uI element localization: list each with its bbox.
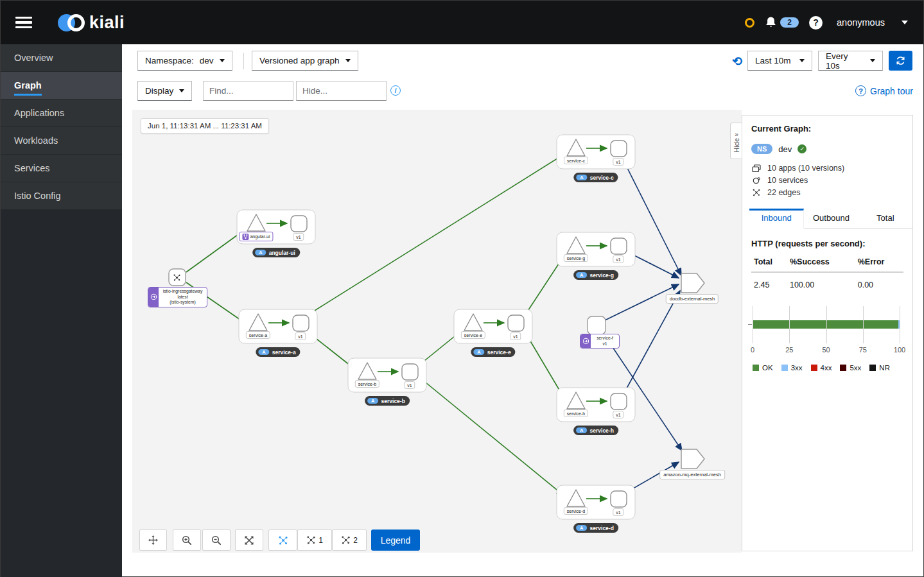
- tab-outbound[interactable]: Outbound: [804, 209, 858, 228]
- graph-edge-tcp[interactable]: [605, 284, 679, 320]
- workload-node-service-f[interactable]: [588, 316, 606, 334]
- user-menu[interactable]: anonymous: [837, 17, 885, 28]
- http-table-header: %Error: [855, 255, 903, 272]
- find-input[interactable]: [203, 81, 293, 101]
- help-icon[interactable]: ?: [809, 16, 823, 30]
- summary-namespace[interactable]: dev: [778, 144, 792, 154]
- fit-to-screen-button[interactable]: [235, 530, 263, 551]
- graph-edge-http[interactable]: [186, 230, 245, 272]
- version-node-service-g-v1[interactable]: [611, 238, 627, 254]
- chart-gridline: [900, 306, 900, 343]
- chart-x-tick-label: 25: [785, 346, 793, 354]
- tab-total[interactable]: Total: [859, 209, 912, 228]
- chevron-down-icon: [179, 89, 184, 92]
- version-node-service-b-v1[interactable]: [402, 364, 418, 380]
- edges-icon: [751, 188, 761, 197]
- chevron-down-icon: [345, 59, 351, 62]
- sidebar-item-label: Istio Config: [14, 191, 61, 201]
- version-node-service-h-v1[interactable]: [611, 393, 627, 409]
- zoom-in-button[interactable]: [173, 530, 201, 551]
- kiali-logo[interactable]: kiali: [58, 13, 125, 33]
- version-node-service-e-v1[interactable]: [508, 315, 524, 331]
- graph-edge-http[interactable]: [186, 282, 247, 324]
- graph-edge-http[interactable]: [304, 154, 564, 317]
- summary-panel: Current Graph: NS dev ✓ 10 apps (10 vers…: [742, 115, 913, 551]
- duration-value: Last 10m: [755, 56, 794, 65]
- graph-type-dropdown[interactable]: Versioned app graph: [252, 51, 358, 71]
- sidebar-item-label: Graph: [14, 80, 42, 96]
- chart-legend-item: OK: [753, 364, 773, 372]
- layout-2-button[interactable]: 2: [332, 530, 367, 551]
- sidebar-item-applications[interactable]: Applications: [1, 99, 122, 127]
- chart-x-tick-label: 0: [751, 346, 754, 354]
- version-node-service-d-v1[interactable]: [611, 491, 627, 507]
- duration-dropdown[interactable]: Last 10m: [747, 51, 812, 71]
- graph-layout-icon: [278, 535, 288, 546]
- sidebar-item-graph[interactable]: Graph: [1, 72, 122, 99]
- http-success-value: 100.00: [787, 272, 855, 292]
- display-dropdown[interactable]: Display: [137, 81, 192, 101]
- info-icon[interactable]: i: [390, 85, 401, 96]
- graph-edge-tcp[interactable]: [623, 291, 680, 394]
- summary-hide-tab[interactable]: » Hide: [730, 123, 742, 159]
- namespace-value: dev: [200, 56, 214, 65]
- sidebar-item-workloads[interactable]: Workloads: [1, 127, 122, 155]
- refresh-interval-value: Every 10s: [826, 51, 864, 71]
- mesh-status-icon[interactable]: [745, 18, 754, 28]
- masthead: kiali 2 ? anonymous: [1, 1, 923, 44]
- version-node-service-a-v1[interactable]: [293, 315, 309, 331]
- summary-stat: 10 apps (10 versions): [751, 164, 903, 173]
- chevron-down-icon: [799, 59, 805, 62]
- display-label: Display: [145, 86, 173, 96]
- tab-inbound[interactable]: Inbound: [749, 209, 804, 228]
- workload-node-istio-ingressgateway[interactable]: [169, 269, 186, 286]
- chart-gridline: [826, 306, 827, 343]
- sidebar-item-label: Services: [14, 163, 50, 173]
- sidebar-item-label: Overview: [14, 53, 53, 63]
- summary-title: Current Graph:: [751, 124, 903, 133]
- sidebar-item-istio-config[interactable]: Istio Config: [1, 182, 122, 210]
- brand-name: kiali: [89, 13, 125, 33]
- summary-stat: 10 services: [751, 176, 903, 185]
- refresh-interval-dropdown[interactable]: Every 10s: [818, 51, 883, 71]
- layout-1-button[interactable]: 1: [297, 530, 332, 551]
- legend-button[interactable]: Legend: [371, 530, 420, 551]
- hamburger-icon[interactable]: [15, 17, 32, 28]
- external-service-node-docdb-external-mesh[interactable]: [681, 273, 704, 293]
- bell-icon[interactable]: [765, 16, 777, 29]
- legend-swatch-icon: [753, 365, 759, 371]
- notification-badge[interactable]: 2: [780, 17, 799, 28]
- chart-gridline: [789, 306, 790, 343]
- chart-legend-item: 3xx: [781, 364, 803, 372]
- user-caret-down-icon[interactable]: [902, 21, 908, 24]
- graph-canvas[interactable]: angular-uiv1Aangular-uiservice-av1Aservi…: [132, 110, 742, 553]
- sidebar-item-services[interactable]: Services: [1, 155, 122, 182]
- graph-edge-http[interactable]: [523, 256, 564, 318]
- graph-edge-http[interactable]: [419, 377, 564, 495]
- zoom-in-icon: [182, 535, 192, 546]
- pan-button[interactable]: [139, 530, 167, 551]
- zoom-out-button[interactable]: [202, 530, 231, 551]
- time-history-icon[interactable]: ⟲: [732, 54, 742, 69]
- refresh-button[interactable]: [889, 51, 912, 71]
- graph-tour-link[interactable]: ? Graph tour: [855, 85, 913, 96]
- http-total-value: 2.45: [751, 272, 787, 292]
- namespace-dropdown[interactable]: Namespace: dev: [137, 51, 232, 71]
- refresh-icon: [896, 56, 905, 65]
- hide-input[interactable]: [296, 81, 387, 101]
- version-node-angular-ui-v1[interactable]: [291, 216, 307, 232]
- graph-timestamp: Jun 1, 11:13:31 AM ... 11:23:31 AM: [141, 118, 269, 133]
- namespace-badge: NS: [751, 144, 772, 154]
- sidebar-nav: OverviewGraphApplicationsWorkloadsServic…: [1, 44, 122, 577]
- app-window: kiali 2 ? anonymous OverviewGraphApplica…: [0, 0, 924, 577]
- chart-legend-item: NR: [869, 364, 890, 372]
- chevron-down-icon: [870, 59, 875, 62]
- external-service-node-amazon-mq-external-mesh[interactable]: [681, 449, 704, 469]
- graph-tour-label: Graph tour: [870, 86, 913, 96]
- chart-legend-item: 4xx: [811, 364, 832, 372]
- sidebar-item-overview[interactable]: Overview: [1, 44, 122, 72]
- http-table: Total %Success %Error 2.45 100.00 0.00: [751, 255, 903, 292]
- chart-x-tick-label: 50: [822, 346, 830, 354]
- version-node-service-c-v1[interactable]: [611, 141, 627, 157]
- layout-default-button[interactable]: [268, 530, 297, 551]
